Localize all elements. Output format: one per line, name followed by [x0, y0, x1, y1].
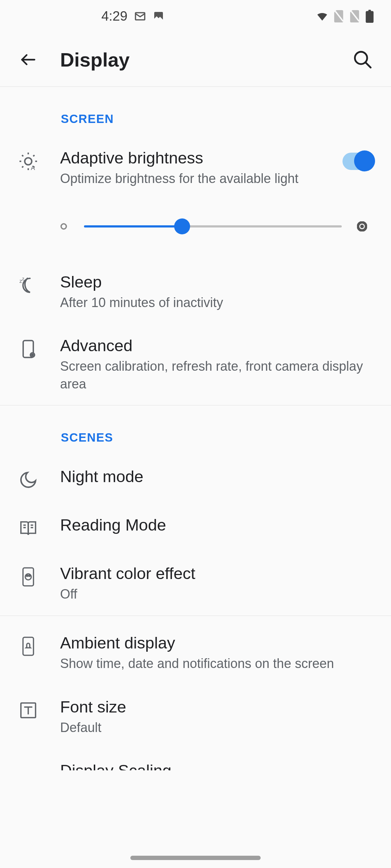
svg-rect-4	[366, 11, 374, 23]
battery-icon	[366, 10, 374, 23]
sim-disabled-icon	[334, 10, 345, 22]
page-title: Display	[60, 48, 331, 71]
brightness-min-icon	[56, 219, 71, 234]
font-size-row[interactable]: Font size Default	[0, 685, 391, 749]
back-button[interactable]	[17, 49, 39, 71]
night-mode-title: Night mode	[60, 467, 374, 486]
text-size-icon	[17, 699, 39, 721]
svg-point-9	[25, 158, 31, 165]
advanced-title: Advanced	[60, 336, 374, 356]
sleep-row[interactable]: z z Sleep After 10 minutes of inactivity	[0, 260, 391, 324]
advanced-row[interactable]: Advanced Screen calibration, refresh rat…	[0, 324, 391, 405]
sleep-icon: z z	[17, 275, 39, 296]
ambient-display-title: Ambient display	[60, 633, 374, 653]
svg-point-26	[31, 354, 33, 356]
display-scaling-title: Display Scaling	[60, 761, 374, 770]
ambient-display-row[interactable]: Ambient display Show time, date and noti…	[0, 616, 391, 685]
svg-rect-31	[23, 568, 34, 586]
phone-gear-icon	[17, 338, 39, 360]
font-size-title: Font size	[60, 697, 374, 717]
adaptive-brightness-toggle[interactable]	[342, 153, 374, 170]
adaptive-brightness-sub: Optimize brightness for the available li…	[60, 170, 321, 188]
book-icon	[17, 518, 39, 539]
adaptive-brightness-title: Adaptive brightness	[60, 148, 321, 168]
svg-point-19	[61, 224, 66, 229]
svg-point-33	[26, 575, 28, 576]
svg-rect-5	[368, 10, 371, 12]
reading-mode-title: Reading Mode	[60, 515, 374, 535]
night-mode-row[interactable]: Night mode	[0, 455, 391, 503]
svg-text:z: z	[22, 276, 24, 281]
brightness-max-icon	[355, 219, 369, 234]
phone-palette-icon	[17, 566, 39, 588]
sleep-title: Sleep	[60, 272, 374, 292]
phone-notification-icon	[17, 635, 39, 657]
brightness-slider-thumb[interactable]	[174, 218, 190, 234]
section-header-scenes: SCENES	[0, 405, 391, 455]
sim-disabled-icon	[350, 10, 361, 22]
svg-line-14	[22, 155, 23, 156]
mail-icon	[134, 10, 146, 22]
search-button[interactable]	[352, 49, 374, 71]
toolbar: Display	[0, 33, 391, 87]
moon-icon	[17, 469, 39, 491]
status-bar: 4:29	[0, 0, 391, 33]
svg-point-34	[29, 575, 30, 576]
image-icon	[153, 10, 164, 22]
svg-line-8	[365, 62, 371, 68]
svg-rect-35	[23, 637, 34, 655]
wifi-icon	[316, 10, 329, 23]
brightness-auto-icon: A	[17, 150, 39, 172]
svg-line-16	[22, 166, 23, 167]
section-header-screen: SCREEN	[0, 87, 391, 136]
display-scaling-row[interactable]: Display Scaling	[0, 749, 391, 770]
ambient-display-sub: Show time, date and notifications on the…	[60, 655, 374, 673]
vibrant-color-sub: Off	[60, 586, 374, 603]
advanced-sub: Screen calibration, refresh rate, front …	[60, 358, 374, 393]
reading-mode-row[interactable]: Reading Mode	[0, 503, 391, 552]
navigation-handle[interactable]	[130, 856, 261, 860]
vibrant-color-row[interactable]: Vibrant color effect Off	[0, 552, 391, 616]
sleep-sub: After 10 minutes of inactivity	[60, 294, 374, 312]
scaling-icon	[17, 763, 39, 770]
svg-text:z: z	[20, 278, 22, 284]
brightness-slider[interactable]	[84, 219, 342, 234]
status-time: 4:29	[101, 9, 127, 24]
font-size-sub: Default	[60, 719, 374, 737]
svg-text:A: A	[31, 165, 35, 171]
svg-point-32	[25, 574, 31, 580]
svg-point-21	[360, 225, 364, 228]
adaptive-brightness-row[interactable]: A Adaptive brightness Optimize brightnes…	[0, 136, 391, 200]
svg-line-17	[33, 155, 34, 156]
vibrant-color-title: Vibrant color effect	[60, 564, 374, 583]
brightness-slider-row	[0, 200, 391, 260]
